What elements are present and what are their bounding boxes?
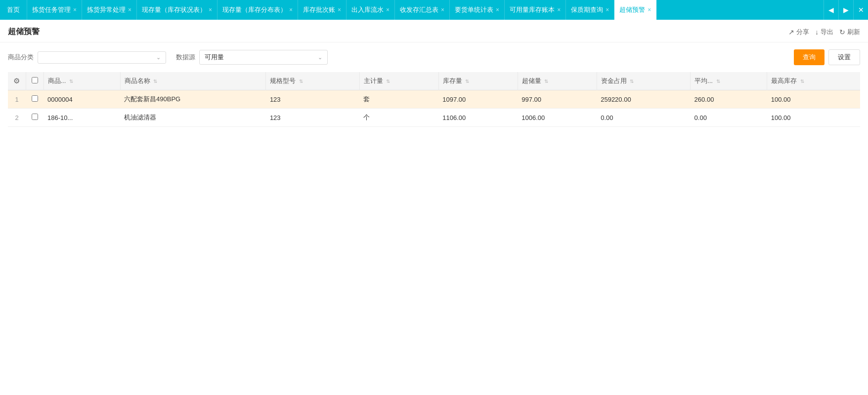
sort-icon-unit: ⇅ xyxy=(386,79,390,84)
tab-6[interactable]: 出入库流水 × xyxy=(347,0,395,20)
table-header-row: ⚙ 商品... ⇅ 商品名称 ⇅ 规格型号 ⇅ xyxy=(8,72,860,90)
row-max-1: 100.00 xyxy=(767,109,860,127)
nav-close-button[interactable]: ✕ xyxy=(853,0,868,20)
share-icon: ↗ xyxy=(788,28,794,36)
row-stock-1: 1106.00 xyxy=(438,109,518,127)
table-row: 1 0000004 六配套新昌490BPG 123 套 1097.00 997.… xyxy=(8,90,860,109)
close-tab-9[interactable]: × xyxy=(557,6,561,13)
sort-icon-spec: ⇅ xyxy=(299,79,303,84)
nav-prev-button[interactable]: ◀ xyxy=(824,0,838,20)
row-select-0[interactable] xyxy=(32,95,38,102)
close-tab-1[interactable]: × xyxy=(73,6,77,13)
row-spec-1: 123 xyxy=(266,109,359,127)
datasource-filter-group: 数据源 可用量 ⌄ xyxy=(176,50,328,65)
chevron-down-icon: ⌄ xyxy=(156,54,161,61)
tab-4[interactable]: 现存量（库存分布表） × xyxy=(217,0,298,20)
sort-icon-stock: ⇅ xyxy=(465,79,469,84)
share-button[interactable]: ↗ 分享 xyxy=(788,28,809,37)
close-tab-4[interactable]: × xyxy=(289,6,293,13)
close-tab-2[interactable]: × xyxy=(128,6,131,13)
th-unit[interactable]: 主计量 ⇅ xyxy=(359,72,438,90)
tab-3[interactable]: 现存量（库存状况表） × xyxy=(137,0,217,20)
row-name-0: 六配套新昌490BPG xyxy=(120,90,266,109)
th-avg[interactable]: 平均... ⇅ xyxy=(691,72,767,90)
row-code-0: 0000004 xyxy=(43,90,120,109)
category-select[interactable]: ⌄ xyxy=(38,51,166,64)
query-button[interactable]: 查询 xyxy=(794,49,825,65)
th-capital[interactable]: 资金占用 ⇅ xyxy=(597,72,690,90)
header-actions: ↗ 分享 ↓ 导出 ↻ 刷新 xyxy=(788,28,860,37)
refresh-button[interactable]: ↻ 刷新 xyxy=(839,28,860,37)
row-stock-0: 1097.00 xyxy=(438,90,518,109)
close-tab-11[interactable]: × xyxy=(648,6,651,13)
tab-1[interactable]: 拣货任务管理 × xyxy=(27,0,82,20)
row-checkbox-0 xyxy=(26,90,43,109)
nav-home[interactable]: 首页 xyxy=(0,0,27,20)
th-over[interactable]: 超储量 ⇅ xyxy=(518,72,597,90)
row-over-0: 997.00 xyxy=(518,90,597,109)
row-name-1: 机油滤清器 xyxy=(120,109,266,127)
page-title: 超储预警 xyxy=(8,27,40,37)
row-over-1: 1006.00 xyxy=(518,109,597,127)
row-max-0: 100.00 xyxy=(767,90,860,109)
tab-7[interactable]: 收发存汇总表 × xyxy=(395,0,450,20)
filter-actions: 查询 设置 xyxy=(794,49,860,65)
row-unit-0: 套 xyxy=(359,90,438,109)
tab-10[interactable]: 保质期查询 × xyxy=(566,0,614,20)
datasource-label: 数据源 xyxy=(176,53,195,62)
export-button[interactable]: ↓ 导出 xyxy=(815,28,833,37)
sort-icon-max: ⇅ xyxy=(800,79,804,84)
close-tab-8[interactable]: × xyxy=(496,6,499,13)
table-container: ⚙ 商品... ⇅ 商品名称 ⇅ 规格型号 ⇅ xyxy=(0,72,868,127)
nav-arrows: ◀ ▶ ✕ xyxy=(824,0,868,20)
sort-icon-over: ⇅ xyxy=(544,79,548,84)
close-tab-6[interactable]: × xyxy=(386,6,390,13)
th-stock[interactable]: 库存量 ⇅ xyxy=(438,72,518,90)
refresh-icon: ↻ xyxy=(839,28,845,36)
th-checkbox xyxy=(26,72,43,90)
filter-row: 商品分类 ⌄ 数据源 可用量 ⌄ 查询 设置 xyxy=(0,42,868,72)
row-capital-1: 0.00 xyxy=(597,109,690,127)
close-tab-7[interactable]: × xyxy=(441,6,444,13)
tab-5[interactable]: 库存批次账 × xyxy=(298,0,347,20)
row-code-1: 186-10... xyxy=(43,109,120,127)
row-select-1[interactable] xyxy=(32,114,38,120)
data-table: ⚙ 商品... ⇅ 商品名称 ⇅ 规格型号 ⇅ xyxy=(8,72,860,127)
row-num-1: 2 xyxy=(8,109,26,127)
table-row: 2 186-10... 机油滤清器 123 个 1106.00 1006.00 … xyxy=(8,109,860,127)
settings-button[interactable]: 设置 xyxy=(828,49,860,65)
export-icon: ↓ xyxy=(815,28,819,36)
top-navigation: 首页 拣货任务管理 × 拣货异常处理 × 现存量（库存状况表） × 现存量（库存… xyxy=(0,0,868,20)
gear-icon[interactable]: ⚙ xyxy=(13,77,20,85)
row-spec-0: 123 xyxy=(266,90,359,109)
page-content: 超储预警 ↗ 分享 ↓ 导出 ↻ 刷新 商品分类 ⌄ 数据源 xyxy=(0,20,868,395)
row-avg-1: 0.00 xyxy=(691,109,767,127)
th-spec[interactable]: 规格型号 ⇅ xyxy=(266,72,359,90)
category-label: 商品分类 xyxy=(8,53,34,62)
row-avg-0: 260.00 xyxy=(691,90,767,109)
tab-11[interactable]: 超储预警 × xyxy=(614,0,656,20)
datasource-value: 可用量 xyxy=(205,53,224,62)
close-tab-5[interactable]: × xyxy=(338,6,341,13)
sort-icon-avg: ⇅ xyxy=(716,79,720,84)
sort-icon-capital: ⇅ xyxy=(630,79,634,84)
close-tab-10[interactable]: × xyxy=(606,6,609,13)
datasource-select[interactable]: 可用量 ⌄ xyxy=(199,50,328,65)
row-num-0: 1 xyxy=(8,90,26,109)
tab-2[interactable]: 拣货异常处理 × xyxy=(82,0,137,20)
th-code[interactable]: 商品... ⇅ xyxy=(43,72,120,90)
row-capital-0: 259220.00 xyxy=(597,90,690,109)
page-header: 超储预警 ↗ 分享 ↓ 导出 ↻ 刷新 xyxy=(0,20,868,42)
nav-next-button[interactable]: ▶ xyxy=(838,0,853,20)
th-name[interactable]: 商品名称 ⇅ xyxy=(120,72,266,90)
sort-icon-code: ⇅ xyxy=(69,79,73,84)
row-checkbox-1 xyxy=(26,109,43,127)
th-settings: ⚙ xyxy=(8,72,26,90)
chevron-down-icon-2: ⌄ xyxy=(318,54,322,61)
close-tab-3[interactable]: × xyxy=(209,6,212,13)
tab-8[interactable]: 要货单统计表 × xyxy=(450,0,505,20)
select-all-checkbox[interactable] xyxy=(32,77,38,83)
th-max[interactable]: 最高库存 ⇅ xyxy=(767,72,860,90)
row-unit-1: 个 xyxy=(359,109,438,127)
tab-9[interactable]: 可用量库存账本 × xyxy=(505,0,566,20)
